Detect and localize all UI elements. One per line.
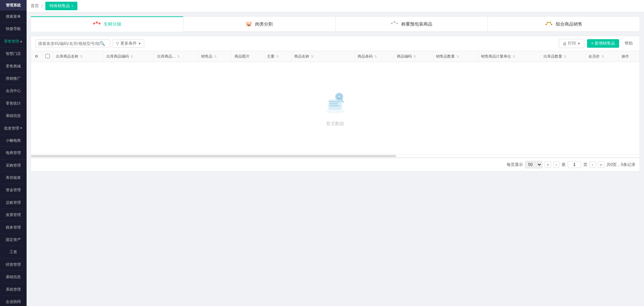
data-table-wrapper: ⚙ 出库商品名称 ⇅ 出库商品编码 ⇅ [31, 51, 640, 154]
th-checkbox[interactable] [42, 51, 53, 62]
th-sales-product: 销售品 ⇅ [198, 51, 232, 62]
toolbar-right: 🖨 打印 ▼ + 新增销售品 帮助 [559, 39, 635, 48]
svg-rect-21 [330, 105, 339, 106]
chevron-down-icon: ▲ [20, 39, 23, 44]
new-label: + 新增销售品 [591, 41, 615, 46]
tab-fresh-grade[interactable]: 生鲜分级 [31, 16, 183, 32]
help-button[interactable]: 帮助 [622, 39, 635, 48]
sort-arrows-icon-8[interactable]: ⇅ [414, 55, 416, 58]
sidebar-item-inventory[interactable]: 库存核算 [0, 172, 27, 184]
sidebar-item-fixed-assets[interactable]: 固定资产 [0, 234, 27, 246]
svg-rect-18 [328, 100, 342, 110]
sort-arrows-icon-7[interactable]: ⇅ [374, 55, 377, 58]
sidebar-item-quick-nav[interactable]: 快捷导航 [0, 23, 27, 35]
empty-state: 暂无数据 [31, 62, 640, 154]
search-box[interactable]: 🔍 [35, 40, 110, 47]
per-page-select[interactable]: 10 20 50 100 [525, 161, 542, 168]
sidebar-item-search-menu[interactable]: 搜索菜单 [0, 11, 27, 23]
sidebar-item-smart-store[interactable]: 智慧门店 [0, 48, 27, 60]
sidebar-item-payroll[interactable]: 工资 [0, 246, 27, 258]
select-all-checkbox[interactable] [45, 54, 50, 58]
table-body: 暂无数据 [31, 62, 640, 154]
th-out-product-x: 出库商品... ⇅ [154, 51, 198, 62]
sidebar-item-mini-ecom[interactable]: 小畅电商 [0, 135, 27, 147]
tab-weight-prepack[interactable]: 称重预包装商品 [335, 16, 488, 32]
prev-page-button[interactable]: ‹ [553, 162, 559, 168]
tab-combo-sales-label: 组合商品销售 [556, 21, 582, 27]
svg-rect-19 [330, 101, 341, 102]
filter-label: 更多条件 [120, 41, 137, 46]
th-out-product-code: 出库商品编码 ⇅ [104, 51, 154, 62]
sidebar-item-retail-stats[interactable]: 零售统计 [0, 97, 27, 110]
page-label: 第 [561, 162, 566, 168]
svg-point-24 [339, 97, 340, 98]
sidebar-item-base-info2[interactable]: 基础信息 [0, 271, 27, 283]
sidebar-item-invoice-mgmt[interactable]: 发票管理 [0, 209, 27, 221]
sort-arrows-icon-10[interactable]: ⇅ [513, 55, 515, 58]
th-action: 操作 [619, 51, 640, 62]
tab-fresh-grade-label: 生鲜分级 [104, 21, 121, 27]
sidebar-item-sys-mgmt[interactable]: 系统管理 [0, 284, 27, 296]
main-content: 首页 / 特殊销售品 × 生鲜分级 [27, 0, 644, 306]
svg-line-9 [394, 22, 397, 24]
th-settings[interactable]: ⚙ [31, 51, 42, 62]
next-page-button[interactable]: › [589, 162, 596, 168]
empty-row: 暂无数据 [31, 62, 640, 154]
sidebar-item-finance-mgmt[interactable]: 资金管理 [0, 184, 27, 196]
sort-arrows-icon-5[interactable]: ⇅ [276, 55, 279, 58]
th-member-price: 会员价 ⇅ [585, 51, 619, 62]
filter-button[interactable]: ▽ 更多条件 ▼ [113, 39, 144, 48]
new-sales-product-button[interactable]: + 新增销售品 [587, 39, 619, 48]
scrollbar-thumb[interactable] [31, 155, 396, 157]
sidebar-item-corp-agreement[interactable]: 企业协同 [0, 296, 27, 306]
active-tab[interactable]: 特殊销售品 × [45, 2, 77, 10]
breadcrumb-separator: / [42, 4, 43, 9]
sidebar-item-sales-promo[interactable]: 营销推广 [0, 73, 27, 85]
per-page-label: 每页显示 [507, 162, 523, 168]
sidebar-item-ledger-mgmt[interactable]: 总账管理 [0, 197, 27, 209]
sort-arrows-icon-11[interactable]: ⇅ [564, 55, 567, 58]
svg-line-16 [550, 22, 552, 25]
page-input[interactable] [568, 161, 581, 168]
toolbar: 🔍 ▽ 更多条件 ▼ 🖨 打印 ▼ + 新增销售品 帮助 [31, 36, 640, 51]
pagination-bar: 每页显示 10 20 50 100 « ‹ 第 页 › » 共0页，0条记录 [31, 158, 640, 171]
tab-combo-sales[interactable]: 组合商品销售 [488, 16, 640, 32]
last-page-button[interactable]: » [598, 162, 604, 168]
first-page-button[interactable]: « [544, 162, 551, 168]
sidebar-item-tax-mgmt[interactable]: 税务管理 [0, 221, 27, 234]
toolbar-left: 🔍 ▽ 更多条件 ▼ [35, 39, 144, 48]
th-barcode: 商品条码 ⇅ [355, 51, 394, 62]
sidebar-item-ecom-mgmt[interactable]: 电商管理 [0, 147, 27, 159]
sidebar-item-ops-mgmt[interactable]: 经营管理 [0, 259, 27, 271]
sort-arrows-icon-12[interactable]: ⇅ [601, 55, 604, 58]
search-input[interactable] [38, 41, 100, 46]
sidebar-item-purchase-mgmt[interactable]: 采购管理 [0, 159, 27, 172]
page-tabs: 生鲜分级 🐷 肉类分割 称重预包装商品 [31, 16, 640, 32]
breadcrumb-home[interactable]: 首页 [31, 3, 39, 9]
th-out-qty: 出库品数量 ⇅ [540, 51, 585, 62]
th-sales-qty: 销售品数量 ⇅ [433, 51, 478, 62]
sidebar-item-basic-info[interactable]: 基础信息 [0, 110, 27, 122]
sort-arrows-icon-6[interactable]: ⇅ [311, 55, 314, 58]
sidebar-item-retail-mgmt[interactable]: 零售管理 ▲ [0, 35, 27, 48]
meat-cut-icon: 🐷 [245, 21, 252, 27]
sort-arrows-icon-4[interactable]: ⇅ [214, 55, 217, 58]
page-suffix: 页 [583, 162, 587, 168]
sort-arrows-icon-9[interactable]: ⇅ [456, 55, 459, 58]
sort-arrows-icon-2[interactable]: ⇅ [131, 55, 133, 58]
print-button[interactable]: 🖨 打印 ▼ [559, 39, 584, 48]
sidebar-item-wholesale-mgmt[interactable]: 批发管理 ▼ [0, 122, 27, 135]
print-label: 打印 [568, 41, 576, 46]
sort-arrows-icon-3[interactable]: ⇅ [177, 55, 180, 58]
filter-icon: ▽ [116, 41, 119, 46]
sidebar-item-member-center[interactable]: 会员中心 [0, 85, 27, 97]
print-chevron-icon: ▼ [578, 42, 581, 45]
horizontal-scrollbar[interactable] [31, 154, 640, 158]
sort-arrows-icon[interactable]: ⇅ [80, 55, 83, 58]
empty-state-illustration [321, 89, 349, 117]
search-icon: 🔍 [100, 41, 105, 46]
tab-meat-cut[interactable]: 🐷 肉类分割 [183, 16, 335, 32]
tab-close-icon[interactable]: × [71, 4, 73, 8]
pagination-controls: 每页显示 10 20 50 100 « ‹ 第 页 › » 共0页，0条记录 [507, 161, 635, 168]
sidebar-item-retail-mall[interactable]: 零售商城 [0, 60, 27, 73]
